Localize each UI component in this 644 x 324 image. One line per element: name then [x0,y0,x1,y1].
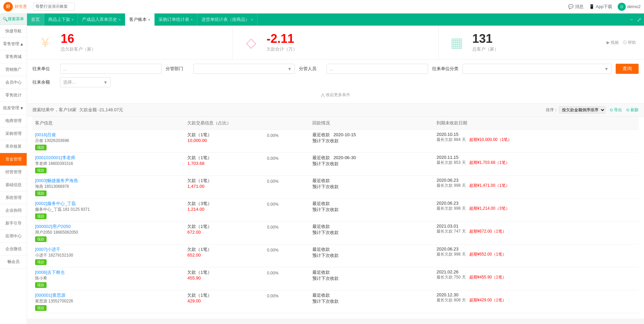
overdue-link-7[interactable]: 超期¥429.00（1笔） [469,298,506,302]
debt-amount-1[interactable]: 1,703.68 [187,161,261,166]
sidebar-item-app-center[interactable]: 应用中心 [0,230,27,243]
customer-contact-5: 小进干 18279152100 [35,253,182,258]
customer-type-badge-6: 现款 [35,282,47,288]
customer-contact-7: 黄思源 13552700226 [35,298,182,304]
customer-name-link-3[interactable]: [0002]服务中心_丁磊 [35,201,76,206]
table-row: [0006]去下粮仓 陈小希 现款 欠款（1笔） 455.90 0.00% 最近… [32,267,639,290]
customer-name-link-4[interactable]: [000002]用户2050 [35,224,71,229]
tab-maximize-btn[interactable]: ⤢ [637,17,641,23]
td-payment-5: 最近收款 预计下次收款 [310,244,434,267]
th-due-date: 到期未收款日期 [434,117,639,130]
chevron-balance-icon: ▼ [103,80,108,85]
tab-product-status[interactable]: 商品上下架 × [44,13,78,26]
tab-close-2[interactable]: × [118,18,120,22]
card-icon-debt: ¥ [35,32,55,53]
sidebar-item-wholesale[interactable]: 批发管理 ▼ [0,102,27,115]
td-due-0: 2020.10.15 最长欠款 884 天 超期¥10,000.00（1笔） [434,130,639,153]
tab-minimize-btn[interactable]: － [629,16,634,23]
sidebar-item-quick-nav[interactable]: 快捷导航 [0,25,27,38]
search-button[interactable]: 查询 [616,64,639,74]
customer-name-link-6[interactable]: [0006]去下粮仓 [35,270,65,275]
customer-name-link-5[interactable]: [0007]小进干 [35,247,60,252]
debt-amount-7[interactable]: 429.00 [187,298,261,303]
td-payment-1: 最近收款 2020-06-30 预计下次收款 [310,153,434,176]
sidebar-item-inventory[interactable]: 库存核算 [0,140,27,153]
td-customer-3: [0002]服务中心_丁磊 服务中心_丁磊 181 0125 8371 现款 [32,199,185,222]
overdue-link-1[interactable]: 超期¥1,703.68（1笔） [469,160,510,165]
export-btn[interactable]: ⊙ 导出 [610,107,622,113]
overdue-link-5[interactable]: 超期¥652.00（1笔） [469,252,506,257]
tab-close-4[interactable]: × [191,18,193,22]
tab-customer-account[interactable]: 客户账本 × [125,13,155,26]
debt-amount-0[interactable]: 10,000.00 [187,138,261,143]
customer-name-link-2[interactable]: [0003]畅捷服务尹海燕 [35,178,78,183]
td-due-3: 2020.06.23 最长欠款 998 天 超期¥1,214.00（3笔） [434,199,639,222]
sidebar: 🔍 搜索菜单 快捷导航 零售管理 ▲ 零售商城 营销推广 会员中心 零售统计 [0,13,27,324]
top-right: 💬 消息 📱 App下载 D demo2 [568,3,641,11]
view-video-btn[interactable]: ▶ 视频 [607,40,619,46]
filter-input-person[interactable]: ... [327,64,428,74]
filter-select-balance[interactable]: 选择... ▼ [60,77,111,87]
customer-name-link-1[interactable]: [0001020001]李老师 [35,155,75,160]
filter-select-category[interactable]: ▼ [463,64,612,74]
sidebar-search[interactable]: 🔍 搜索菜单 [0,13,27,25]
refresh-btn[interactable]: ⊙ 刷新 [626,107,639,113]
sidebar-item-enterprise[interactable]: 企业协同 [0,204,27,217]
customer-type-badge-2: 现款 [35,190,47,196]
overdue-link-4[interactable]: 超期¥672.00（1笔） [469,229,506,234]
debt-amount-3[interactable]: 1,214.00 [187,207,261,212]
overdue-link-2[interactable]: 超期¥1,471.00（1笔） [469,183,510,188]
tab-purchase-order[interactable]: 采购订单统计表 × [155,13,197,26]
td-debt-percent-1: 0.00% [264,153,310,176]
filter-select-dept[interactable]: ▼ [193,64,295,74]
table-row: [0016]吕俊 吕俊 13026203696 现款 欠款（1笔） 10,000… [32,130,639,153]
tab-close-5[interactable]: × [251,18,253,22]
td-debt-label-5: 欠款（1笔） 652.00 [185,244,264,267]
collapse-btn[interactable]: ⋀ 收起更多条件 [321,92,350,98]
sidebar-item-member[interactable]: 会员中心 [0,76,27,89]
tab-close-3[interactable]: × [148,18,150,22]
customer-name-link-7[interactable]: [000001]黄思源 [35,293,65,298]
sidebar-item-retail-mall[interactable]: 零售商城 [0,51,27,63]
help-btn[interactable]: ⓘ 帮助 [623,40,636,46]
tab-home[interactable]: 首页 [27,13,44,26]
overdue-link-3[interactable]: 超期¥1,214.00（3笔） [469,206,510,211]
sidebar-item-member2[interactable]: 畅会员 [0,256,27,268]
debt-amount-5[interactable]: 652.00 [187,253,261,258]
filter-input-unit[interactable]: ... [60,64,162,74]
user-avatar[interactable]: D demo2 [618,3,641,11]
tab-close-1[interactable]: × [72,18,74,22]
app-download-btn[interactable]: 📱 App下载 [589,4,612,10]
sidebar-item-wechat[interactable]: 企业微信 [0,243,27,256]
table-row: [0007]小进干 小进干 18279152100 现款 欠款（1笔） 652.… [32,244,639,267]
video-icon: ▶ [607,40,610,45]
overdue-link-0[interactable]: 超期¥10,000.00（1笔） [469,137,512,142]
tab-purchase-stat[interactable]: 进货单统计表（按商品） × [197,13,257,26]
sidebar-item-marketing[interactable]: 营销推广 [0,63,27,76]
sidebar-item-base-info[interactable]: 基础信息 [0,179,27,192]
debt-amount-6[interactable]: 455.90 [187,275,261,281]
sidebar-item-finance[interactable]: 资金管理 [0,153,27,166]
message-btn[interactable]: 💬 消息 [568,4,584,10]
sidebar-item-purchase[interactable]: 采购管理 [0,127,27,140]
sidebar-item-ecommerce[interactable]: 电商管理 [0,115,27,127]
sort-select[interactable]: 按欠款金额倒序排序 按欠款金额正序排序 [559,106,606,114]
search-icon: 🔍 [3,17,8,22]
overdue-link-6[interactable]: 超期¥455.90（1笔） [469,275,506,279]
card-icon-total: ◇ [241,32,261,53]
debt-amount-4[interactable]: 672.00 [187,230,261,235]
debt-amount-2[interactable]: 1,471.00 [187,184,261,189]
sidebar-item-retail-stat[interactable]: 零售统计 [0,89,27,102]
sidebar-item-system[interactable]: 系统管理 [0,192,27,204]
th-customer-info: 客户信息 [32,117,185,130]
table-row: [0002]服务中心_丁磊 服务中心_丁磊 181 0125 8371 现款 欠… [32,199,639,222]
sidebar-item-guide[interactable]: 新手引导 [0,217,27,230]
sidebar-item-operations[interactable]: 经营管理 [0,166,27,179]
tab-finished-goods[interactable]: 产成品入库单历史 × [78,13,125,26]
customer-name-link-0[interactable]: [0016]吕俊 [35,132,56,137]
app-selector[interactable]: 母婴行业演示账套 [33,3,75,10]
sort-label: 排序： 按欠款金额倒序排序 按欠款金额正序排序 [546,106,606,114]
td-debt-label-1: 欠款（1笔） 1,703.68 [185,153,264,176]
sidebar-item-retail-mgmt[interactable]: 零售管理 ▲ [0,38,27,51]
collapse-row: ⋀ 收起更多条件 [32,91,639,99]
